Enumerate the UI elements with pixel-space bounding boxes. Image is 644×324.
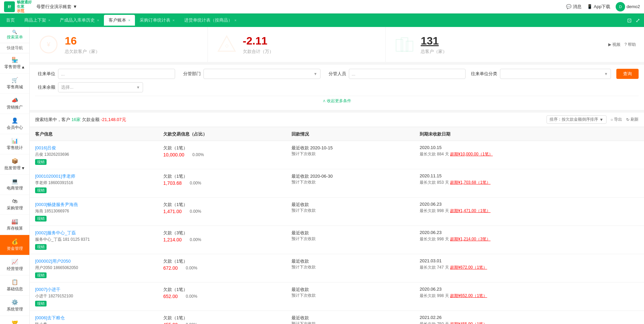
stat-label-3: 总客户（家） xyxy=(421,49,447,55)
filter-row-2: 往来余额 选择... ▼ xyxy=(35,82,639,92)
table-row: [000002]用户2050 用户2050 18665062050 现销 欠款（… xyxy=(30,254,644,283)
dept-select[interactable]: ▼ xyxy=(203,69,320,79)
tab-close-production[interactable]: × xyxy=(97,18,99,22)
debt-amount-1[interactable]: 1,703.68 xyxy=(163,180,182,186)
sidebar-item-purchase-mgmt[interactable]: 🛍 采购管理 xyxy=(0,195,29,215)
customer-name-link-5[interactable]: [0007]小进干 xyxy=(35,287,60,292)
store-selector[interactable]: 母婴行业演示账套 ▼ xyxy=(36,4,77,10)
tab-purchase-summary[interactable]: 采购订单统计表 × xyxy=(135,15,179,26)
stat-value-2: -2.11 xyxy=(243,35,274,47)
customer-name-link-1[interactable]: [0001020001]李老师 xyxy=(35,174,75,179)
filter-from-unit: 往来单位 ... xyxy=(35,69,175,79)
tab-close-customer[interactable]: × xyxy=(128,18,130,22)
maximize-window-btn[interactable]: ⤢ xyxy=(634,16,641,25)
sidebar-item-retail-stats[interactable]: 📊 零售统计 xyxy=(0,134,29,154)
last-collect-4: 最近收款 xyxy=(291,258,420,264)
customer-name-link-0[interactable]: [0016]吕俊 xyxy=(35,145,56,150)
debt-count-2: 欠款（1笔） xyxy=(163,202,291,208)
export-btn[interactable]: ○ 导出 xyxy=(611,117,622,122)
overdue-link-1[interactable]: 超期¥1,703.68（1笔） xyxy=(450,180,491,185)
debt-cell-4: 欠款（1笔） 672.00 0.00% xyxy=(163,258,291,271)
sidebar-item-enterprise-collab[interactable]: 🤝 企业协同 xyxy=(0,316,29,324)
tab-home[interactable]: 首页 xyxy=(1,15,20,26)
help-action[interactable]: ? 帮助 xyxy=(624,42,636,48)
sidebar-item-business-mgmt[interactable]: 📈 经营管理 xyxy=(0,255,29,275)
user-profile[interactable]: D demo2 xyxy=(616,2,640,11)
message-icon: 💬 xyxy=(566,4,571,9)
tab-customer-account[interactable]: 客户账本 × xyxy=(104,15,135,26)
customer-name-link-6[interactable]: [0006]去下粮仓 xyxy=(35,315,65,320)
overdue-link-0[interactable]: 超期¥10,000.00（1笔） xyxy=(450,152,493,156)
overdue-days-4: 最长欠款 747 天 超期¥672.00（1笔） xyxy=(420,265,639,270)
sidebar-item-retail-mall[interactable]: 🛒 零售商城 xyxy=(0,73,29,94)
customer-name-link-3[interactable]: [0002]服务中心_丁磊 xyxy=(35,230,76,235)
sidebar-quick-nav[interactable]: 快捷导航 xyxy=(0,43,29,53)
overdue-days-6: 最长欠款 750 天 超期¥455.90（1笔） xyxy=(420,321,639,324)
debt-amount-2[interactable]: 1,471.00 xyxy=(163,209,182,214)
debt-amount-3[interactable]: 1,214.00 xyxy=(163,237,182,242)
due-date-5: 2020.06.23 xyxy=(420,287,639,292)
sidebar-item-batch-mgmt[interactable]: 📦 批发管理 ▼ xyxy=(0,154,29,175)
overdue-days-2: 最长欠款 998 天 超期¥1,471.00（1笔） xyxy=(420,208,639,214)
help-icon: ? xyxy=(624,42,627,47)
debt-pct-0: 0.00% xyxy=(192,152,204,157)
app-download-btn[interactable]: 📱 App下载 xyxy=(587,4,610,10)
from-unit-input[interactable]: ... xyxy=(58,69,175,79)
logo-text: 畅捷通好生意 xyxy=(17,0,34,9)
sidebar-item-ecommerce[interactable]: 💻 电商管理 xyxy=(0,175,29,195)
balance-select[interactable]: 选择... ▼ xyxy=(58,82,143,92)
sidebar-item-capital-mgmt[interactable]: 💰 资金管理 xyxy=(0,235,29,255)
customer-cell-2: [0003]畅捷服务尹海燕 海燕 18513066976 现销 xyxy=(35,201,163,222)
sidebar-item-member[interactable]: 👤 会员中心 xyxy=(0,114,29,134)
refresh-btn[interactable]: ↻ 刷新 xyxy=(626,117,639,122)
debt-pct-3: 0.00% xyxy=(190,237,201,242)
tab-close-purchase[interactable]: × xyxy=(172,18,174,22)
customer-name-link-4[interactable]: [000002]用户2050 xyxy=(35,259,71,264)
debt-amount-0[interactable]: 10,000.00 xyxy=(163,152,184,157)
query-button[interactable]: 查询 xyxy=(616,69,639,79)
sidebar-search-menu[interactable]: 🔍 搜索菜单 xyxy=(0,27,29,43)
restore-window-btn[interactable]: ⊡ xyxy=(626,16,633,25)
filter-category: 往来单位分类 ▼ xyxy=(471,69,611,79)
debt-amount-4[interactable]: 672.00 xyxy=(163,265,178,271)
message-btn[interactable]: 💬 消息 xyxy=(566,4,582,10)
collection-cell-1: 最近收款 2020-06-30 预计下次收款 xyxy=(291,173,420,186)
tab-purchase-stats[interactable]: 进货单统计表（按商品） × xyxy=(179,15,241,26)
sort-select[interactable]: 排序：按欠款金额倒序排序 ▼ xyxy=(547,115,607,124)
sidebar-item-marketing[interactable]: 📣 营销推广 xyxy=(0,94,29,114)
customer-name-link-2[interactable]: [0003]畅捷服务尹海燕 xyxy=(35,202,78,207)
sidebar-item-retail-mgmt[interactable]: 🏪 零售管理 ▲ xyxy=(0,53,29,73)
overdue-link-5[interactable]: 超期¥652.00（1笔） xyxy=(450,293,487,298)
stat-icon-3 xyxy=(394,34,415,55)
person-input[interactable]: ... xyxy=(349,69,466,79)
download-icon: 📱 xyxy=(587,4,592,9)
due-date-4: 2021.03.01 xyxy=(420,258,639,263)
debt-amount-6[interactable]: 455.90 xyxy=(163,322,178,324)
results-actions: 排序：按欠款金额倒序排序 ▼ ○ 导出 ↻ 刷新 xyxy=(547,115,639,124)
sidebar-item-system-mgmt[interactable]: ⚙️ 系统管理 xyxy=(0,296,29,316)
sidebar-item-inventory[interactable]: 🏭 库存核算 xyxy=(0,215,29,235)
customer-badge-2: 现销 xyxy=(35,216,47,222)
overdue-link-4[interactable]: 超期¥672.00（1笔） xyxy=(450,265,487,270)
tab-close-stats[interactable]: × xyxy=(234,18,236,22)
overdue-link-6[interactable]: 超期¥455.90（1笔） xyxy=(450,322,487,324)
tab-production[interactable]: 产成品入库单历史 × xyxy=(55,15,104,26)
overdue-link-2[interactable]: 超期¥1,471.00（1笔） xyxy=(450,208,491,213)
stat-label-1: 总欠款客户（家） xyxy=(65,49,100,55)
dept-label: 分管部门 xyxy=(180,71,201,77)
next-collect-2: 预计下次收款 xyxy=(291,208,420,213)
filter-collapse-btn[interactable]: ∧ 收起更多条件 xyxy=(35,96,639,106)
video-action[interactable]: ▶ 视频 xyxy=(608,42,620,48)
tab-close-products[interactable]: × xyxy=(48,18,50,22)
debt-count-6: 欠款（1笔） xyxy=(163,315,291,321)
overdue-link-3[interactable]: 超期¥1,214.00（3笔） xyxy=(450,237,491,241)
marketing-icon: 📣 xyxy=(11,97,18,104)
sidebar-item-basic-info[interactable]: 📋 基础信息 xyxy=(0,275,29,296)
debt-amount-5[interactable]: 652.00 xyxy=(163,294,178,299)
tab-products[interactable]: 商品上下架 × xyxy=(20,15,55,26)
next-collect-6: 预计下次收款 xyxy=(291,321,420,324)
app-subtitle: 示范 xyxy=(17,9,34,13)
filter-area: 往来单位 ... 分管部门 ▼ 分管人员 xyxy=(30,65,644,110)
category-select[interactable]: ▼ xyxy=(500,69,611,79)
col-header-customer: 客户信息 xyxy=(35,131,163,137)
